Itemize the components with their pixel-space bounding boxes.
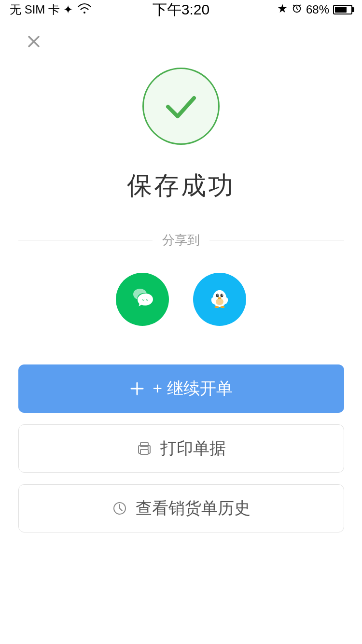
close-button[interactable] <box>19 27 48 56</box>
status-left: 无 SIM 卡 ✦ <box>10 2 91 17</box>
history-button[interactable]: 查看销货单历史 <box>18 484 344 532</box>
battery-percent: 68% <box>306 3 329 16</box>
share-icons-row <box>116 273 246 326</box>
success-icon-circle <box>142 68 220 145</box>
svg-point-7 <box>146 299 147 300</box>
svg-point-13 <box>217 294 218 295</box>
svg-rect-24 <box>140 449 148 454</box>
share-divider: 分享到 <box>18 232 344 249</box>
share-section: 分享到 <box>0 232 362 326</box>
svg-point-11 <box>216 294 219 297</box>
divider-line-right <box>209 240 344 240</box>
svg-point-26 <box>148 448 149 449</box>
no-sim-label: 无 SIM 卡 ✦ <box>10 2 73 17</box>
status-right: 68% <box>277 3 352 16</box>
svg-point-18 <box>220 306 224 308</box>
success-title: 保存成功 <box>127 169 235 203</box>
print-button[interactable]: 打印单据 <box>18 424 344 473</box>
continue-button[interactable]: + 继续开单 <box>18 364 344 413</box>
main-content: 保存成功 分享到 <box>0 19 362 532</box>
battery-icon <box>333 5 352 14</box>
continue-label: + 继续开单 <box>153 378 232 400</box>
action-section: + 继续开单 打印单据 查看销货单历史 <box>18 364 344 532</box>
svg-point-6 <box>142 299 143 300</box>
svg-point-12 <box>220 294 223 297</box>
history-label: 查看销货单历史 <box>136 497 251 519</box>
divider-line-left <box>18 240 153 240</box>
location-icon <box>277 3 288 16</box>
status-time: 下午3:20 <box>153 0 209 20</box>
wifi-icon <box>78 3 91 16</box>
svg-point-14 <box>222 294 223 295</box>
share-label: 分享到 <box>162 232 200 249</box>
svg-point-17 <box>214 306 219 308</box>
svg-point-16 <box>216 298 223 305</box>
qq-share-button[interactable] <box>193 273 246 326</box>
wechat-share-button[interactable] <box>116 273 169 326</box>
status-bar: 无 SIM 卡 ✦ 下午3:20 68% <box>0 0 362 19</box>
alarm-icon <box>292 3 302 16</box>
print-label: 打印单据 <box>160 437 226 460</box>
